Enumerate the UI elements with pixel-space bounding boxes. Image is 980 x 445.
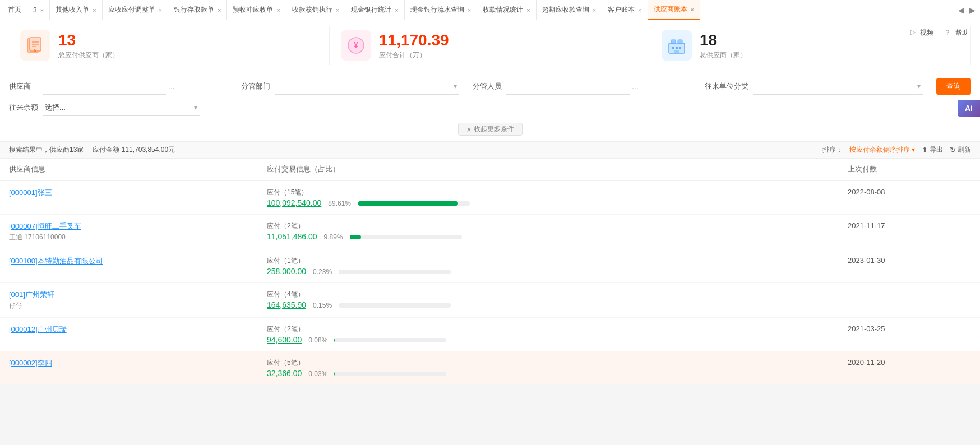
table-row: [000001]张三应付（15笔）100,092,540.0089.61%202… [0,181,980,215]
nav-tab-tab3[interactable]: 3× [27,0,50,20]
nav-tab-cash-bank-flow[interactable]: 现金银行流水查询× [405,0,477,20]
supplier-cell-2: [000100]本特勤油品有限公司 [9,256,267,266]
tab-close-supplier-ledger[interactable]: × [691,6,694,13]
category-select[interactable] [753,78,923,95]
tab-close-bank-deposit[interactable]: × [218,7,221,13]
lastpay-date-0: 2022-08-08 [848,188,885,196]
bar-container-2 [339,270,455,274]
tab-close-receipt-verify[interactable]: × [336,7,339,13]
export-button[interactable]: ⬆ 导出 [922,145,943,155]
lastpay-date-5: 2020-11-20 [848,358,885,367]
tx-amount-link-0[interactable]: 100,092,540.00 [267,198,321,207]
refresh-button[interactable]: ↻ 刷新 [950,145,971,155]
nav-tab-other-income[interactable]: 其他收入单× [50,0,102,20]
transaction-cell-1: 应付（2笔）11,051,486.009.89% [267,221,848,241]
tab-close-other-income[interactable]: × [93,7,96,13]
results-bar: 搜索结果中，供应商13家 应付金额 111,703,854.00元 排序： 按应… [0,142,980,159]
lastpay-cell-5: 2020-11-20 [848,358,971,367]
department-select[interactable] [275,78,460,95]
tx-amount-row-4: 94,600.000.08% [267,335,848,344]
table-header: 供应商信息 应付交易信息（占比） 上次付数 [0,159,980,181]
nav-tab-overdue-ar[interactable]: 超期应收款查询× [537,0,602,20]
supplier-link-2[interactable]: [000100]本特勤油品有限公司 [9,257,103,265]
total-suppliers-label: 总供应商（家） [700,50,747,60]
summary-card-payable-suppliers: ¥ 13 总应付供应商（家） [9,26,330,65]
lastpay-date-2: 2023-01-30 [848,256,885,265]
bar-fill-5 [334,372,335,376]
top-right-links: ▷ 视频 | ？ 帮助 [910,28,969,38]
supplier-subinfo-1: 王通 17106110000 [9,233,267,242]
bar-container-4 [334,338,451,342]
sort-value[interactable]: 按应付余额倒序排序 ▾ [849,145,915,155]
total-payable-value: 11,170.39 [379,31,449,50]
supplier-cell-1: [000007]恒旺二手叉车王通 17106110000 [9,221,267,242]
filter-person: 分管人员 ... [473,78,691,95]
supplier-input[interactable] [43,78,166,95]
filter-area: 供应商 ... 分管部门 ▾ 分管人员 ... 往来单位分类 [0,71,980,142]
department-select-wrap: ▾ [275,78,460,95]
nav-tab-home[interactable]: 首页 [2,0,27,20]
svg-text:¥: ¥ [354,40,358,49]
tab-close-pre-collect[interactable]: × [276,7,280,13]
tx-amount-link-2[interactable]: 258,000.00 [267,267,306,276]
tx-amount-link-1[interactable]: 11,051,486.00 [267,232,317,241]
lastpay-cell-1: 2021-11-17 [848,221,971,230]
tx-label-2: 应付（1笔） [267,256,848,266]
department-label: 分管部门 [241,81,270,91]
nav-tab-customer-ledger[interactable]: 客户账本× [602,0,648,20]
supplier-link-4[interactable]: [000012]广州贝瑞 [9,325,67,333]
bar-container-1 [350,235,466,239]
transaction-cell-0: 应付（15笔）100,092,540.0089.61% [267,188,848,207]
tx-amount-link-5[interactable]: 32,366.00 [267,369,302,378]
results-right: 排序： 按应付余额倒序排序 ▾ ⬆ 导出 ↻ 刷新 [822,145,971,155]
help-link[interactable]: 帮助 [955,28,969,38]
person-dots-btn[interactable]: ... [632,82,639,91]
nav-tab-supplier-ledger[interactable]: 供应商账本× [648,0,700,20]
balance-select[interactable]: 选择... [43,99,200,116]
supplier-link-1[interactable]: [000007]恒旺二手叉车 [9,222,81,230]
video-link[interactable]: 视频 [920,28,933,38]
header-last-pay: 上次付数 [848,164,971,174]
svg-rect-12 [676,47,678,49]
help-icon: ？ [944,28,951,38]
tab-close-cash-bank-stats[interactable]: × [395,7,398,13]
bar-bg-1 [350,235,462,239]
summary-area: ¥ 13 总应付供应商（家） ¥ 11,170.39 应付合计（万） [0,20,980,71]
nav-tab-receipt-stats[interactable]: 收款情况统计× [477,0,536,20]
lastpay-cell-2: 2023-01-30 [848,256,971,265]
supplier-dots-btn[interactable]: ... [168,82,175,91]
tab-close-cash-bank-flow[interactable]: × [468,7,471,13]
ai-button[interactable]: Ai [958,100,980,117]
tx-amount-link-3[interactable]: 164,635.90 [267,300,306,309]
query-button[interactable]: 查询 [936,78,971,95]
tab-close-tab3[interactable]: × [40,7,44,13]
tab-close-ar-ap-adjust[interactable]: × [159,7,162,13]
table-row: [000012]广州贝瑞应付（2笔）94,600.000.08%2021-03-… [0,318,980,351]
collapse-button[interactable]: ∧ 收起更多条件 [458,123,523,136]
nav-right-arrow[interactable]: ▶ [967,0,978,20]
nav-tab-bank-deposit[interactable]: 银行存取款单× [168,0,227,20]
tab-close-customer-ledger[interactable]: × [638,7,641,13]
top-navigation: 首页3×其他收入单×应收应付调整单×银行存取款单×预收冲应收单×收款核销执行×现… [0,0,980,20]
nav-tab-ar-ap-adjust[interactable]: 应收应付调整单× [103,0,168,20]
supplier-link-3[interactable]: [001]广州荣轩 [9,290,54,299]
tx-amount-link-4[interactable]: 94,600.00 [267,335,302,344]
nav-tab-cash-bank-stats[interactable]: 现金银行统计× [345,0,404,20]
nav-tab-receipt-verify[interactable]: 收款核销执行× [286,0,345,20]
transaction-cell-4: 应付（2笔）94,600.000.08% [267,325,848,344]
svg-rect-14 [674,50,679,53]
collapse-label: 收起更多条件 [474,124,514,134]
supplier-link-5[interactable]: [000002]李四 [9,359,52,367]
tab-close-overdue-ar[interactable]: × [593,7,596,13]
bar-bg-2 [339,270,451,274]
tx-percentage-3: 0.15% [313,302,332,309]
nav-left-arrow[interactable]: ◀ [955,0,967,20]
supplier-cell-4: [000012]广州贝瑞 [9,325,267,335]
supplier-subinfo-3: 仔仔 [9,301,267,310]
person-input[interactable] [506,78,630,95]
tx-label-5: 应付（5笔） [267,358,848,368]
supplier-link-0[interactable]: [000001]张三 [9,188,52,197]
nav-tab-pre-collect[interactable]: 预收冲应收单× [227,0,286,20]
total-payable-label: 应付合计（万） [379,50,449,60]
tab-close-receipt-stats[interactable]: × [526,7,530,13]
